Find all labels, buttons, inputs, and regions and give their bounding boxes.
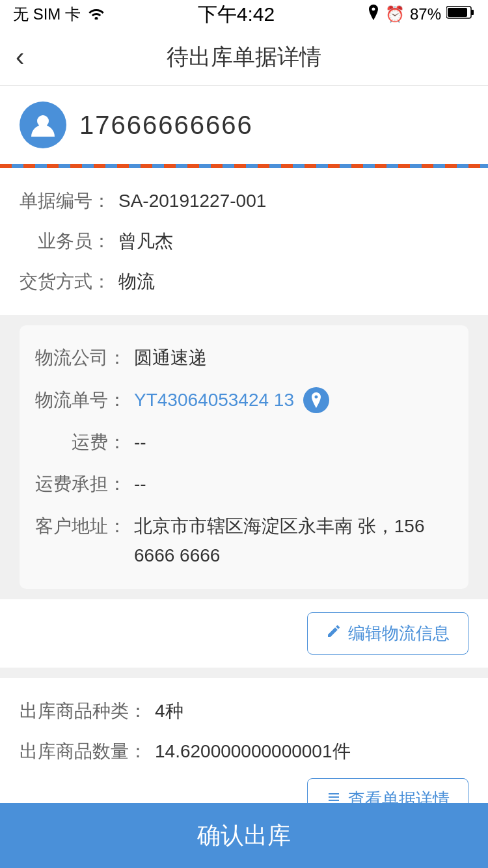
freight-bear-label: 运费承担： <box>35 470 126 499</box>
delivery-value: 物流 <box>118 268 468 295</box>
edit-btn-container: 编辑物流信息 <box>20 612 468 655</box>
address-value: 北京市市辖区海淀区永丰南 张，156 6666 6666 <box>134 512 453 571</box>
salesman-label: 业务员： <box>20 228 111 255</box>
page-title: 待出库单据详情 <box>167 42 321 72</box>
logistics-tracking-label: 物流单号： <box>35 386 126 415</box>
goods-types-value: 4种 <box>155 698 468 725</box>
content-area: 单据编号： SA-20191227-001 业务员： 曾凡杰 交货方式： 物流 … <box>0 168 488 868</box>
tracking-location-icon[interactable] <box>303 387 329 413</box>
status-bar: 无 SIM 卡 下午4:42 ⏰ 87% <box>0 0 488 29</box>
battery-icon <box>446 5 475 23</box>
goods-types-label: 出库商品种类： <box>20 698 147 725</box>
svg-rect-1 <box>471 10 474 15</box>
logistics-tracking-value: YT43064053424 13 <box>134 386 453 415</box>
delivery-label: 交货方式： <box>20 268 111 295</box>
goods-quantity-label: 出库商品数量： <box>20 738 147 765</box>
nav-bar: ‹ 待出库单据详情 <box>0 29 488 86</box>
freight-row: 运费： -- <box>35 428 453 457</box>
status-time: 下午4:42 <box>198 1 275 28</box>
location-icon <box>367 5 380 24</box>
logistics-card: 物流公司： 圆通速递 物流单号： YT43064053424 13 运费： --… <box>20 325 468 589</box>
logistics-tracking-row: 物流单号： YT43064053424 13 <box>35 386 453 415</box>
salesman-row: 业务员： 曾凡杰 <box>20 228 468 255</box>
freight-value: -- <box>134 428 453 457</box>
doc-no-row: 单据编号： SA-20191227-001 <box>20 187 468 215</box>
status-left: 无 SIM 卡 <box>13 4 105 25</box>
basic-info-section: 单据编号： SA-20191227-001 业务员： 曾凡杰 交货方式： 物流 <box>0 168 488 315</box>
doc-no-value: SA-20191227-001 <box>118 187 468 215</box>
wifi-icon <box>87 5 105 23</box>
edit-logistics-area: 编辑物流信息 <box>0 599 488 668</box>
status-right: ⏰ 87% <box>367 5 475 24</box>
doc-no-label: 单据编号： <box>20 187 111 215</box>
delivery-row: 交货方式： 物流 <box>20 268 468 295</box>
svg-rect-2 <box>448 8 467 17</box>
back-button[interactable]: ‹ <box>16 42 24 72</box>
goods-types-row: 出库商品种类： 4种 <box>20 698 468 725</box>
confirm-btn-text: 确认出库 <box>197 820 291 852</box>
logistics-company-row: 物流公司： 圆通速递 <box>35 344 453 373</box>
alarm-icon: ⏰ <box>385 5 405 23</box>
goods-quantity-value: 14.620000000000001件 <box>155 738 468 765</box>
goods-quantity-row: 出库商品数量： 14.620000000000001件 <box>20 738 468 765</box>
address-label: 客户地址： <box>35 512 126 541</box>
customer-phone: 17666666666 <box>79 111 253 140</box>
freight-bear-row: 运费承担： -- <box>35 470 453 499</box>
customer-header: 17666666666 <box>0 86 488 164</box>
address-row: 客户地址： 北京市市辖区海淀区永丰南 张，156 6666 6666 <box>35 512 453 571</box>
salesman-value: 曾凡杰 <box>118 228 468 255</box>
freight-bear-value: -- <box>134 470 453 499</box>
edit-logistics-label: 编辑物流信息 <box>348 622 450 645</box>
logistics-company-label: 物流公司： <box>35 344 126 373</box>
edit-logistics-button[interactable]: 编辑物流信息 <box>307 612 468 655</box>
logistics-company-value: 圆通速递 <box>134 344 453 373</box>
sim-signal: 无 SIM 卡 <box>13 4 81 25</box>
battery-text: 87% <box>410 5 441 23</box>
freight-label: 运费： <box>35 428 126 457</box>
confirm-btn-area[interactable]: 确认出库 <box>0 803 488 868</box>
edit-icon <box>326 623 342 644</box>
avatar <box>20 102 66 148</box>
